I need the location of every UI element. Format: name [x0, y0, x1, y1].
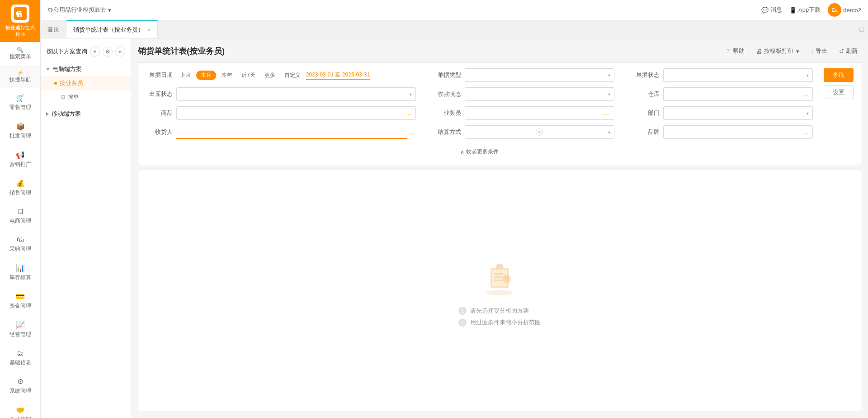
doctype-select[interactable]: ▾ — [465, 68, 614, 82]
print-icon: 🖨 — [756, 48, 762, 55]
tree-parent-mobile[interactable]: 移动端方案 — [41, 107, 131, 121]
search-icon: 🔍 — [17, 47, 24, 53]
message-btn[interactable]: 💬 消息 — [761, 6, 782, 14]
panel-settings-btn[interactable]: ⚙ — [103, 47, 113, 57]
dept-label: 部门 — [632, 109, 660, 117]
left-panel: 按以下方案查询 + ⚙ « 电脑端方案 按业务员 ⊞ 按单 — [41, 38, 131, 418]
tree-sub-item-order[interactable]: ⊞ 按单 — [41, 90, 131, 104]
empty-step-1: 1 请先选择要分析的方案 — [458, 307, 541, 315]
tab-close-btn[interactable]: × — [147, 27, 151, 33]
sidebar-item-operation[interactable]: 📈 经营管理 — [0, 315, 40, 344]
sidebar-item-ecommerce[interactable]: 🖥 电商管理 — [0, 202, 40, 230]
receiver-input[interactable] — [176, 125, 407, 139]
sidebar-item-finance[interactable]: 💳 资金管理 — [0, 287, 40, 315]
settlement-select[interactable]: × ▾ — [465, 125, 614, 139]
dept-select[interactable]: ▾ — [663, 106, 813, 120]
industry-dropdown[interactable]: 办公用品行业模拟账套 ▾ — [47, 6, 111, 14]
sidebar-item-quick[interactable]: ⚡ 快捷导航 — [0, 65, 40, 88]
tree-item-salesman[interactable]: 按业务员 — [41, 76, 131, 90]
brand-select[interactable]: … — [663, 125, 813, 139]
tree-parent-pc[interactable]: 电脑端方案 — [41, 62, 131, 76]
wholesale-icon: 📦 — [16, 122, 25, 131]
enterprise-icon: 🤝 — [16, 406, 25, 414]
print-btn[interactable]: 🖨 按模板打印 — [753, 45, 803, 57]
page-title: 销货单统计表(按业务员) — [138, 46, 225, 57]
goods-label: 商品 — [146, 109, 173, 117]
tree-order-label: 按单 — [68, 93, 79, 101]
filter-dept-item: 部门 ▾ — [632, 106, 813, 120]
docstatus-select[interactable]: ▾ — [663, 68, 813, 82]
date-tab-last-month[interactable]: 上月 — [176, 71, 194, 80]
outstatus-select[interactable]: ▾ — [176, 87, 416, 101]
refresh-btn[interactable]: ↺ 刷新 — [835, 45, 861, 57]
message-label: 消息 — [770, 6, 782, 14]
order-icon: ⊞ — [61, 94, 65, 100]
panel-add-btn[interactable]: + — [90, 47, 100, 57]
sidebar-stock-label: 库存核算 — [9, 274, 31, 281]
active-tab[interactable]: 销货单统计表（按业务员） × — [66, 20, 158, 38]
sidebar-item-wholesale[interactable]: 📦 批发管理 — [0, 117, 40, 145]
app-download-btn[interactable]: 📱 App下载 — [789, 6, 821, 14]
brand-dots[interactable]: … — [802, 128, 809, 136]
filter-settlement-item: 结算方式 × ▾ — [434, 125, 614, 139]
settlement-clear-icon[interactable]: × — [536, 128, 543, 136]
operation-icon: 📈 — [16, 321, 25, 329]
date-tab-more[interactable]: 更多 — [261, 71, 279, 80]
filter-doctype-item: 单据类型 ▾ — [434, 68, 614, 82]
sidebar-item-retail[interactable]: 🛒 零售管理 — [0, 88, 40, 117]
tab-minimize-btn[interactable]: — — [850, 26, 856, 33]
warehouse-select[interactable]: … — [663, 87, 813, 101]
app-download-label: App下载 — [798, 6, 821, 14]
step-2-num: 2 — [458, 318, 467, 327]
receiver-dots[interactable]: … — [409, 128, 416, 136]
date-tab-7days[interactable]: 近7天 — [238, 71, 259, 80]
goods-select[interactable]: … — [176, 106, 416, 120]
topbar: 办公用品行业模拟账套 ▾ 💬 消息 📱 App下载 Ea demo2 — [41, 0, 868, 20]
date-tab-this-year[interactable]: 本年 — [218, 71, 236, 80]
sidebar-item-sales[interactable]: 💰 销售管理 — [0, 174, 40, 202]
sidebar-item-stock[interactable]: 📊 库存核算 — [0, 258, 40, 287]
collapse-bar[interactable]: ∧ 收起更多条件 — [146, 144, 813, 159]
sidebar-item-search[interactable]: 🔍 搜索菜单 — [0, 42, 40, 65]
home-tab[interactable]: 首页 — [41, 20, 66, 38]
date-tab-this-month[interactable]: 本月 — [196, 71, 216, 80]
user-area[interactable]: Ea demo2 — [828, 3, 861, 17]
export-label: 导出 — [816, 47, 827, 55]
outstatus-arrow-icon: ▾ — [410, 92, 412, 97]
payment-label: 收款状态 — [434, 90, 461, 98]
query-btn-group: 查询 设置 — [824, 68, 854, 99]
query-btn[interactable]: 查询 — [824, 68, 854, 82]
salesman-select[interactable]: … — [465, 106, 614, 120]
sidebar-item-basic[interactable]: 🗂 基础信息 — [0, 344, 40, 372]
settlement-label: 结算方式 — [434, 128, 461, 136]
settings-btn[interactable]: 设置 — [824, 86, 854, 99]
export-btn[interactable]: ↓ 导出 — [807, 45, 831, 57]
goods-dots[interactable]: … — [405, 109, 412, 117]
logo-area[interactable]: 畅 畅捷通好生意 标版 — [0, 0, 40, 42]
filter-receiver-item: 收货人 … — [146, 125, 416, 139]
sidebar-item-system[interactable]: ⚙ 系统管理 — [0, 372, 40, 400]
refresh-label: 刷新 — [846, 47, 858, 55]
date-tab-custom[interactable]: 自定义 — [281, 71, 304, 80]
sidebar-item-marketing[interactable]: 📢 营销推广 — [0, 145, 40, 174]
date-range-display[interactable]: 2023-03-01 至 2023-03-31 — [306, 71, 370, 80]
warehouse-label: 仓库 — [632, 90, 660, 98]
docstatus-label: 单据状态 — [632, 71, 660, 79]
filter-row-3: 商品 … 业务员 … — [146, 106, 813, 120]
svg-text:!: ! — [505, 276, 506, 282]
outstatus-label: 出库状态 — [146, 90, 173, 98]
sidebar-item-purchase[interactable]: 🛍 采购管理 — [0, 230, 40, 258]
sidebar-item-enterprise[interactable]: 🤝 企业协同 — [0, 400, 40, 418]
sidebar: 畅 畅捷通好生意 标版 🔍 搜索菜单 ⚡ 快捷导航 🛒 零售管理 📦 批发管理 … — [0, 0, 41, 418]
sidebar-search-label: 搜索菜单 — [9, 53, 31, 61]
filter-warehouse-item: 仓库 … — [632, 87, 813, 101]
warehouse-dots[interactable]: … — [802, 90, 809, 98]
payment-select[interactable]: ▾ — [465, 87, 614, 101]
panel-collapse-btn[interactable]: « — [115, 47, 125, 57]
tabbar: 首页 销货单统计表（按业务员） × — □ — [41, 20, 868, 38]
salesman-dots[interactable]: … — [603, 109, 610, 117]
help-btn[interactable]: ？ 帮助 — [722, 45, 748, 57]
tab-maximize-btn[interactable]: □ — [860, 26, 863, 33]
filter-salesman-item: 业务员 … — [434, 106, 614, 120]
logo-icon: 畅 — [11, 5, 29, 23]
